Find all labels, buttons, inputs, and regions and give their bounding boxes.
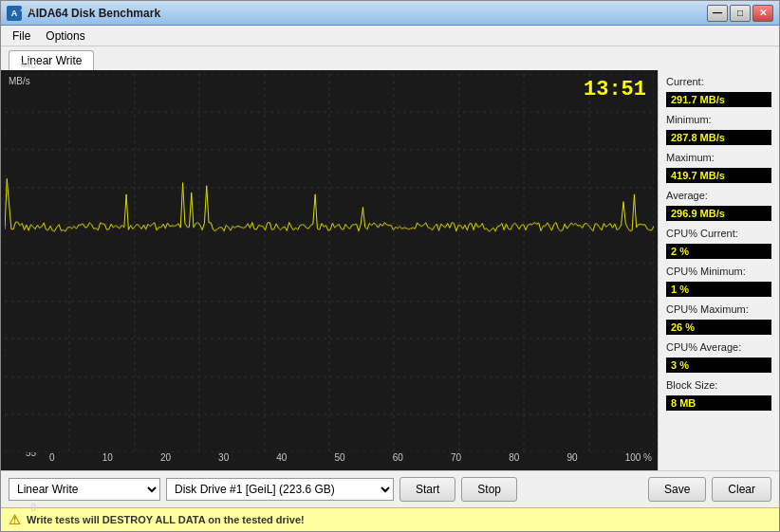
block-size-value: 8 MB: [666, 395, 771, 411]
average-label: Average:: [666, 190, 771, 201]
start-button[interactable]: Start: [399, 477, 455, 502]
cpu-average-value: 3 %: [666, 358, 771, 373]
clear-button[interactable]: Clear: [712, 477, 771, 502]
stop-button[interactable]: Stop: [461, 477, 517, 502]
current-value: 291.7 MB/s: [666, 92, 771, 107]
chart-canvas-area: MB/s 13:51: [5, 74, 654, 452]
x-label-5: 50: [335, 452, 345, 463]
x-label-4: 40: [276, 452, 287, 463]
window-controls: — □ ✕: [707, 5, 773, 22]
close-button[interactable]: ✕: [752, 5, 773, 22]
x-label-7: 70: [451, 452, 461, 463]
main-window: A AIDA64 Disk Benchmark — □ ✕ File Optio…: [0, 0, 780, 532]
cpu-current-value: 2 %: [666, 244, 771, 259]
current-label: Current:: [666, 76, 771, 87]
x-label-2: 20: [160, 452, 171, 463]
block-size-label: Block Size:: [666, 379, 771, 391]
save-button[interactable]: Save: [648, 477, 706, 502]
x-label-6: 60: [393, 452, 403, 463]
bottom-controls: Linear Write Disk Drive #1 [GeiL] (223.6…: [1, 470, 779, 507]
cpu-maximum-label: CPU% Maximum:: [666, 303, 771, 315]
warning-icon: ⚠: [9, 512, 21, 527]
menu-bar: File Options: [1, 26, 779, 46]
right-panel: Current: 291.7 MB/s Minimum: 287.8 MB/s …: [658, 70, 779, 470]
units-label: MB/s: [5, 74, 34, 88]
chart-body: 495 440 385 330 275 220 165 110 55 0 MB/…: [5, 74, 654, 452]
cpu-average-label: CPU% Average:: [666, 341, 771, 353]
x-label-8: 80: [509, 452, 519, 463]
maximize-button[interactable]: □: [730, 5, 751, 22]
maximum-value: 419.7 MB/s: [666, 168, 771, 183]
x-label-3: 30: [218, 452, 229, 463]
warning-text: Write tests will DESTROY ALL DATA on the…: [27, 514, 305, 525]
timestamp-label: 13:51: [584, 78, 646, 101]
window-title: AIDA64 Disk Benchmark: [28, 7, 160, 20]
title-bar: A AIDA64 Disk Benchmark — □ ✕: [1, 1, 779, 26]
minimum-label: Minimum:: [666, 114, 771, 125]
x-label-10: 100 %: [625, 452, 652, 463]
average-value: 296.9 MB/s: [666, 206, 771, 221]
cpu-minimum-value: 1 %: [666, 282, 771, 297]
minimize-button[interactable]: —: [707, 5, 728, 22]
x-label-0: 0: [49, 452, 55, 463]
x-label-9: 90: [566, 452, 577, 463]
chart-wrap: 495 440 385 330 275 220 165 110 55 0 MB/…: [1, 70, 658, 470]
main-chart: [5, 74, 654, 452]
content-area: 495 440 385 330 275 220 165 110 55 0 MB/…: [1, 70, 779, 470]
cpu-minimum-label: CPU% Minimum:: [666, 266, 771, 277]
cpu-maximum-value: 26 %: [666, 320, 771, 335]
minimum-value: 287.8 MB/s: [666, 130, 771, 145]
warning-bar: ⚠ Write tests will DESTROY ALL DATA on t…: [1, 507, 779, 531]
cpu-current-label: CPU% Current:: [666, 228, 771, 239]
drive-dropdown[interactable]: Disk Drive #1 [GeiL] (223.6 GB): [166, 478, 394, 501]
tab-bar: Linear Write: [1, 46, 779, 70]
x-label-1: 10: [102, 452, 113, 463]
x-axis: 0 10 20 30 40 50 60 70 80 90 100 %: [47, 452, 654, 467]
menu-options[interactable]: Options: [38, 28, 92, 45]
maximum-label: Maximum:: [666, 152, 771, 163]
